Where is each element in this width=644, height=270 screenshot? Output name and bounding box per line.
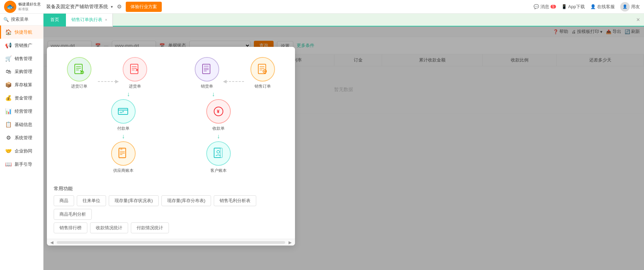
purchase-bill-label: 进货单 <box>129 84 141 89</box>
sidebar-item-finance[interactable]: 💰 资金管理 <box>0 91 43 105</box>
common-buttons-row: 商品 往来单位 现存量(库存状况表) 现存量(库存分布表) 销售毛利分析表 商品… <box>54 195 288 220</box>
flow-modal-overlay[interactable]: 进货订单 ▶ <box>43 26 644 270</box>
supplier-ledger-node[interactable]: 供应商账本 <box>101 141 145 174</box>
sidebar-item-enterprise[interactable]: 🤝 企业协同 <box>0 144 43 158</box>
cf-btn-goods-profit[interactable]: 商品毛利分析 <box>54 209 92 220</box>
svg-rect-5 <box>130 64 138 74</box>
operations-icon: 📊 <box>5 108 12 114</box>
sales-bill-node[interactable]: 销货单 <box>185 57 229 89</box>
supplier-ledger-label: 供应商账本 <box>113 168 134 174</box>
basic-icon: 📋 <box>5 121 12 128</box>
content-area: 首页 销售订单执行表 × × ❓ 帮助 <box>43 14 644 270</box>
flow-content: 进货订单 ▶ <box>47 47 295 186</box>
receipt-bill-icon: ¥ <box>212 105 225 118</box>
scroll-track[interactable] <box>57 241 285 244</box>
arrow-down-pb: ↓ <box>127 91 130 98</box>
sidebar-item-system[interactable]: ⚙ 系统管理 <box>0 131 43 144</box>
newbie-icon: 📖 <box>5 161 12 167</box>
cf-btn-goods[interactable]: 商品 <box>54 195 74 206</box>
sidebar-item-label-enterprise: 企业协同 <box>15 148 32 154</box>
cf-btn-partners[interactable]: 往来单位 <box>77 195 106 206</box>
service-icon: 👤 <box>590 4 596 9</box>
receipt-bill-circle: ¥ <box>206 99 231 124</box>
arrow-down-sb: ↓ <box>212 91 215 98</box>
scroll-left-arrow[interactable]: ◀ <box>50 240 53 245</box>
tab-close-icon[interactable]: × <box>105 18 107 22</box>
user-button[interactable]: 👤 用友 <box>620 2 640 12</box>
flow-row-3: 供应商账本 <box>57 141 285 174</box>
finance-icon: 💰 <box>5 95 12 101</box>
sidebar-item-inventory[interactable]: 📦 库存核算 <box>0 78 43 91</box>
payment-bill-label: 付款单 <box>117 126 129 131</box>
message-button[interactable]: 💬 消息 5 <box>534 4 556 10</box>
settings-icon[interactable]: ⚙ <box>117 3 122 10</box>
payment-bill-node[interactable]: ¥ 付款单 <box>101 99 145 131</box>
sidebar-item-marketing[interactable]: 📢 营销推广 <box>0 39 43 52</box>
sidebar-item-operations[interactable]: 📊 经营管理 <box>0 105 43 118</box>
purchase-icon: 🛍 <box>5 69 12 75</box>
receipt-bill-node[interactable]: ¥ 收款单 <box>196 99 241 131</box>
online-service-button[interactable]: 👤 在线客服 <box>590 4 615 10</box>
app-download-button[interactable]: 📱 App下载 <box>561 4 585 10</box>
system-title-area: 装备及固定资产辅助管理系统 ▾ ⚙ <box>46 3 122 10</box>
cf-btn-stock-status[interactable]: 现存量(库存状况表) <box>109 195 159 206</box>
cf-btn-sales-profit[interactable]: 销售毛利分析表 <box>214 195 256 206</box>
app-icon: 📱 <box>561 4 567 9</box>
sidebar-item-quick-nav[interactable]: 🏠 快捷导航 <box>0 25 43 39</box>
svg-rect-12 <box>204 66 209 67</box>
sidebar-item-label-system: 系统管理 <box>15 135 32 141</box>
tab-sales-order[interactable]: 销售订单执行表 × <box>66 14 113 26</box>
purchase-bill-node[interactable]: 进货单 <box>113 57 157 89</box>
purchase-order-circle <box>67 57 91 82</box>
flow-row-1: 进货订单 ▶ <box>57 57 285 89</box>
marketing-icon: 📢 <box>5 42 12 49</box>
sales-icon: 🛒 <box>5 55 12 62</box>
system-title: 装备及固定资产辅助管理系统 <box>46 4 108 10</box>
top-bar-right: 💬 消息 5 📱 App下载 👤 在线客服 👤 用友 <box>534 2 640 12</box>
cf-btn-receipt-stats[interactable]: 收款情况统计 <box>90 222 128 233</box>
sidebar-item-label-marketing: 营销推广 <box>15 42 32 49</box>
sales-order-label: 销售订单 <box>255 84 271 89</box>
title-dropdown-icon[interactable]: ▾ <box>111 4 113 9</box>
modal-scrollbar[interactable]: ◀ ▶ <box>47 239 295 246</box>
sidebar-item-purchase[interactable]: 🛍 采购管理 <box>0 65 43 78</box>
arrow-down-payment: ↓ <box>122 133 125 140</box>
logo-icon: 🐟 <box>4 1 16 13</box>
message-label: 消息 <box>540 4 549 10</box>
content-main: ❓ 帮助 🖨 按模板打印 ▾ 📤 导出 🔄 刷新 <box>43 26 644 270</box>
svg-rect-36 <box>220 148 222 158</box>
svg-rect-34 <box>119 149 125 158</box>
trial-button[interactable]: 体验行业方案 <box>126 2 162 12</box>
sidebar-item-label-purchase: 采购管理 <box>15 69 32 75</box>
purchase-order-node[interactable]: 进货订单 <box>57 57 101 89</box>
sidebar-item-label-basic: 基础信息 <box>15 122 32 128</box>
sidebar-item-label-quick-nav: 快捷导航 <box>15 29 32 35</box>
receipt-bill-label: 收款单 <box>212 126 225 131</box>
supplier-ledger-icon <box>117 147 130 160</box>
sidebar-item-newbie[interactable]: 📖 新手引导 <box>0 158 43 171</box>
tab-home[interactable]: 首页 <box>43 14 66 26</box>
cf-btn-stock-dist[interactable]: 现存量(库存分布表) <box>161 195 211 206</box>
tab-home-label: 首页 <box>50 17 59 23</box>
search-label: 搜索菜单 <box>11 16 29 22</box>
sidebar-item-label-newbie: 新手引导 <box>15 161 32 167</box>
sidebar-item-basic[interactable]: 📋 基础信息 <box>0 118 43 131</box>
customer-ledger-node[interactable]: 客户账本 <box>196 141 241 174</box>
payment-bill-icon: ¥ <box>117 105 130 118</box>
top-bar: 🐟 畅捷通好生意 标准版 装备及固定资产辅助管理系统 ▾ ⚙ 体验行业方案 💬 … <box>0 0 644 14</box>
sidebar-item-label-operations: 经营管理 <box>15 108 32 114</box>
sales-order-node[interactable]: 销售订单 <box>241 57 285 89</box>
tabs-close-all-icon[interactable]: × <box>636 16 640 23</box>
tabs-bar: 首页 销售订单执行表 × × <box>43 14 644 26</box>
sales-bill-icon <box>201 63 213 76</box>
sidebar-item-sales[interactable]: 🛒 销售管理 <box>0 52 43 65</box>
sidebar-item-label-finance: 资金管理 <box>15 95 32 101</box>
scroll-right-arrow[interactable]: ▶ <box>289 240 292 245</box>
cf-btn-payment-stats[interactable]: 付款情况统计 <box>131 222 169 233</box>
sidebar-item-label-inventory: 库存核算 <box>15 82 32 88</box>
cf-btn-sales-rank[interactable]: 销售排行榜 <box>54 222 87 233</box>
user-label: 用友 <box>631 4 640 10</box>
svg-point-37 <box>217 150 220 153</box>
sidebar-search[interactable]: 🔍 搜索菜单 <box>0 14 43 25</box>
flow-arrows-down-row2: ↓ ↓ <box>57 133 285 140</box>
